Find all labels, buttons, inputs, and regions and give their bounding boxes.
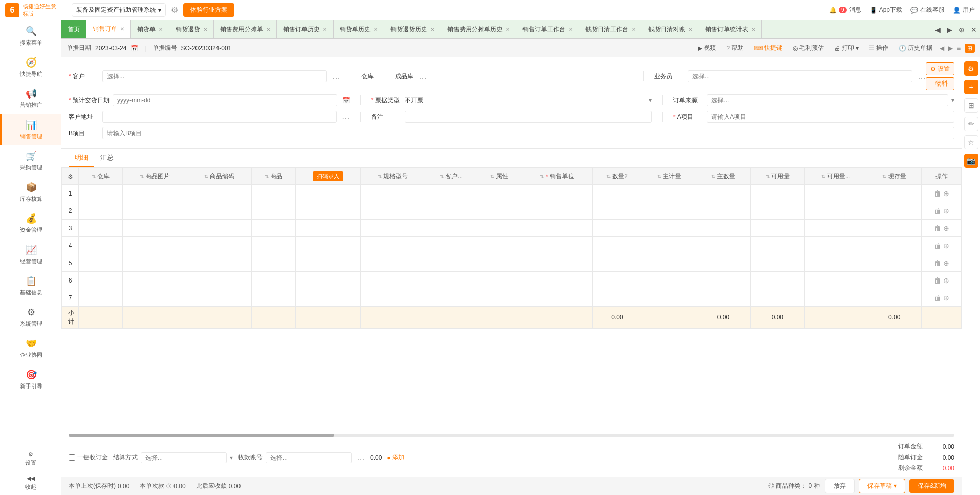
td-spec-4[interactable] xyxy=(361,237,425,254)
tab-close-3[interactable]: ✕ xyxy=(203,27,207,32)
td-scan-6[interactable] xyxy=(295,272,360,289)
td-unit-7[interactable] xyxy=(521,289,592,307)
tab-item-5[interactable]: 销售订单历史✕ xyxy=(277,20,334,39)
address-input[interactable] xyxy=(102,111,337,123)
td-current-1[interactable] xyxy=(867,185,922,202)
account-input[interactable] xyxy=(266,452,352,463)
tab-summary[interactable]: 汇总 xyxy=(94,149,120,167)
td-product-5[interactable] xyxy=(251,254,295,272)
sidebar-item-资金管理[interactable]: 💰资金管理 xyxy=(0,208,61,239)
add-button[interactable]: ● 添加 xyxy=(387,453,404,462)
td-main_unit-2[interactable] xyxy=(642,202,696,220)
td-qty2-3[interactable] xyxy=(592,220,642,237)
td-product-2[interactable] xyxy=(251,202,295,220)
scheme-button[interactable]: 体验行业方案 xyxy=(183,3,234,17)
td-image-2[interactable] xyxy=(123,202,187,220)
customer-more[interactable]: … xyxy=(332,72,340,81)
right-tool-2[interactable]: ✏ xyxy=(964,117,978,131)
copy-icon-6[interactable]: ⊕ xyxy=(943,276,949,285)
td-product-4[interactable] xyxy=(251,237,295,254)
tab-item-0[interactable]: 首页 xyxy=(61,20,86,39)
right-tool-1[interactable]: ⊞ xyxy=(964,98,978,113)
toolbar-grid-view[interactable]: ⊞ xyxy=(965,44,975,53)
td-spec-2[interactable] xyxy=(361,202,425,220)
copy-icon-7[interactable]: ⊕ xyxy=(943,294,949,302)
td-qty2-4[interactable] xyxy=(592,237,642,254)
td-qty2-2[interactable] xyxy=(592,202,642,220)
td-unit-1[interactable] xyxy=(521,185,592,202)
td-image-3[interactable] xyxy=(123,220,187,237)
td-warehouse-4[interactable] xyxy=(79,237,123,254)
one-click-input[interactable] xyxy=(69,454,75,461)
tab-close-12[interactable]: ✕ xyxy=(751,27,755,32)
td-customer_code-1[interactable] xyxy=(425,185,477,202)
td-available-5[interactable] xyxy=(750,254,804,272)
td-product-3[interactable] xyxy=(251,220,295,237)
discard-button[interactable]: 放弃 xyxy=(825,479,855,493)
td-spec-3[interactable] xyxy=(361,220,425,237)
toolbar-nav-prev[interactable]: ◀ xyxy=(940,45,944,52)
sidebar-item-销售管理[interactable]: 📊销售管理 xyxy=(0,114,61,145)
td-unit-4[interactable] xyxy=(521,237,592,254)
delete-icon-6[interactable]: 🗑 xyxy=(934,276,941,285)
td-customer_code-2[interactable] xyxy=(425,202,477,220)
td-spec-6[interactable] xyxy=(361,272,425,289)
td-main_qty-1[interactable] xyxy=(696,185,750,202)
sidebar-item-经营管理[interactable]: 📈经营管理 xyxy=(0,239,61,270)
td-image-5[interactable] xyxy=(123,254,187,272)
tab-item-3[interactable]: 销货退货✕ xyxy=(169,20,214,39)
sidebar-item-settings[interactable]: ⚙ 设置 xyxy=(0,447,61,471)
tab-next-btn[interactable]: ▶ xyxy=(944,20,955,39)
td-main_unit-6[interactable] xyxy=(642,272,696,289)
shortcut-btn[interactable]: ⌨ 快捷键 xyxy=(751,42,786,53)
td-code-6[interactable] xyxy=(187,272,251,289)
delete-icon-5[interactable]: 🗑 xyxy=(934,259,941,267)
save-draft-button[interactable]: 保存草稿 ▾ xyxy=(859,479,905,493)
td-qty2-5[interactable] xyxy=(592,254,642,272)
td-attr-1[interactable] xyxy=(477,185,521,202)
td-main_qty-2[interactable] xyxy=(696,202,750,220)
tab-detail[interactable]: 明细 xyxy=(69,149,94,167)
right-tool-settings[interactable]: ⚙ xyxy=(964,61,978,76)
td-code-3[interactable] xyxy=(187,220,251,237)
td-code-2[interactable] xyxy=(187,202,251,220)
order-source-input[interactable] xyxy=(707,94,948,106)
sidebar-item-搜索菜单[interactable]: 🔍搜索菜单 xyxy=(0,20,61,52)
td-scan-5[interactable] xyxy=(295,254,360,272)
td-customer_code-5[interactable] xyxy=(425,254,477,272)
tab-more-btn[interactable]: ⊕ xyxy=(955,20,968,39)
td-current-5[interactable] xyxy=(867,254,922,272)
td-main_qty-4[interactable] xyxy=(696,237,750,254)
tab-item-12[interactable]: 销售订单统计表✕ xyxy=(699,20,762,39)
td-available-1[interactable] xyxy=(750,185,804,202)
td-main_qty-7[interactable] xyxy=(696,289,750,307)
notification-item[interactable]: 🔔 9 消息 xyxy=(829,6,861,14)
td-available2-4[interactable] xyxy=(804,237,867,254)
td-available2-5[interactable] xyxy=(804,254,867,272)
user-item[interactable]: 👤 用户 xyxy=(953,6,975,14)
date-icon[interactable]: 📅 xyxy=(342,97,350,104)
td-spec-1[interactable] xyxy=(361,185,425,202)
td-main_unit-4[interactable] xyxy=(642,237,696,254)
calendar-icon[interactable]: 📅 xyxy=(130,45,138,52)
td-main_unit-3[interactable] xyxy=(642,220,696,237)
system-selector[interactable]: 装备及固定资产辅助管理系统 ▾ xyxy=(72,3,166,17)
tab-item-9[interactable]: 销售订单工作台✕ xyxy=(516,20,579,39)
tab-close-all-btn[interactable]: ✕ xyxy=(968,20,980,39)
td-main_qty-3[interactable] xyxy=(696,220,750,237)
td-available-6[interactable] xyxy=(750,272,804,289)
warehouse-more[interactable]: … xyxy=(419,72,427,81)
td-warehouse-3[interactable] xyxy=(79,220,123,237)
td-warehouse-1[interactable] xyxy=(79,185,123,202)
right-tool-4[interactable]: 📷 xyxy=(964,154,978,168)
td-unit-5[interactable] xyxy=(521,254,592,272)
operate-btn[interactable]: ☰ 操作 xyxy=(866,42,891,53)
print-btn[interactable]: 🖨 打印 ▾ xyxy=(831,42,862,53)
delete-icon-7[interactable]: 🗑 xyxy=(934,294,941,302)
copy-icon-4[interactable]: ⊕ xyxy=(943,242,949,250)
tab-item-2[interactable]: 销货单✕ xyxy=(131,20,169,39)
td-current-6[interactable] xyxy=(867,272,922,289)
sidebar-item-新手引导[interactable]: 🎯新手引导 xyxy=(0,364,61,395)
delete-icon-4[interactable]: 🗑 xyxy=(934,242,941,250)
payment-method-input[interactable] xyxy=(141,452,227,463)
